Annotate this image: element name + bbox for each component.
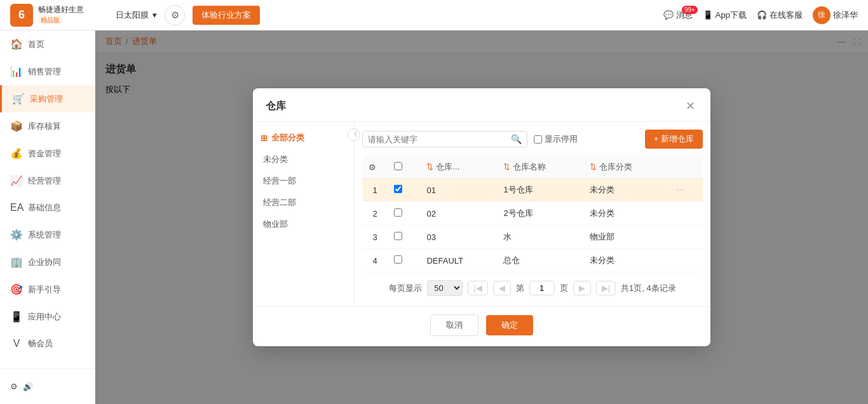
table-row[interactable]: 4 DEFAULT 总仓 未分类 (362, 249, 703, 273)
table-panel: 🔍 显示停用 + 新增仓库 ⚙ (355, 122, 710, 306)
content-area: 首页 / 进货单 进货单 按以下 仓库 ✕ (95, 30, 868, 404)
prev-page-button[interactable]: ◀ (493, 281, 511, 295)
sidebar-item-app-center[interactable]: 📱 应用中心 (0, 303, 95, 330)
search-input[interactable] (368, 135, 511, 144)
row-checkbox-cell[interactable] (388, 202, 420, 226)
category-item-ops1[interactable]: 经营一部 (253, 170, 354, 192)
th-category: ⇅仓库分类 (583, 156, 670, 178)
sidebar-item-label: 经营管理 (28, 175, 61, 187)
app-download-button[interactable]: 📱 App下载 (703, 10, 747, 21)
row-name: 2号仓库 (497, 202, 583, 226)
row-code: DEFAULT (420, 249, 497, 273)
last-page-button[interactable]: ▶| (596, 281, 616, 295)
row-checkbox[interactable] (394, 232, 402, 240)
show-disabled-label: 显示停用 (545, 133, 578, 145)
page-number-input[interactable] (529, 281, 555, 295)
row-checkbox-cell[interactable] (388, 249, 420, 273)
table-header-row: ⚙ ⇅仓库... ⇅仓库名称 ⇅仓库分类 (362, 156, 703, 178)
row-checkbox[interactable] (394, 255, 402, 264)
cancel-button[interactable]: 取消 (430, 314, 478, 336)
page-suffix: 页 (560, 283, 568, 294)
sidebar-item-label: 基础信息 (28, 202, 61, 213)
warehouse-table: ⚙ ⇅仓库... ⇅仓库名称 ⇅仓库分类 1 01 1号仓 (362, 156, 703, 273)
sidebar-item-purchase[interactable]: 🛒 采购管理 (0, 85, 95, 112)
row-checkbox-cell[interactable] (388, 226, 420, 249)
settings-bottom-button[interactable]: ⚙ 🔊 (0, 374, 95, 399)
sidebar-item-guide[interactable]: 🎯 新手引导 (0, 276, 95, 303)
volume-icon: 🔊 (23, 382, 33, 391)
home-icon: 🏠 (10, 38, 23, 50)
store-name: 日太阳膜 (116, 10, 149, 21)
sidebar-item-inventory[interactable]: 📦 库存核算 (0, 112, 95, 140)
sidebar-item-basic[interactable]: EA 基础信息 (0, 194, 95, 221)
sidebar: 🏠 首页 📊 销售管理 🛒 采购管理 📦 库存核算 💰 资金管理 📈 经营管理 … (0, 30, 95, 404)
row-checkbox-cell[interactable] (388, 178, 420, 202)
sidebar-item-label: 新手引导 (28, 284, 61, 295)
all-categories-header[interactable]: ⊞ 全部分类 (253, 127, 354, 149)
row-more[interactable] (670, 249, 703, 273)
avatar: 徐 (813, 6, 831, 24)
sidebar-item-label: 首页 (28, 39, 44, 50)
app-center-icon: 📱 (10, 311, 23, 323)
collapse-panel-button[interactable]: 《 (348, 128, 360, 141)
show-disabled-checkbox[interactable]: 显示停用 (534, 133, 578, 145)
settings-button[interactable]: ⚙ (165, 5, 185, 25)
trial-button[interactable]: 体验行业方案 (193, 6, 260, 25)
table-row[interactable]: 2 02 2号仓库 未分类 (362, 202, 703, 226)
next-page-button[interactable]: ▶ (573, 281, 591, 295)
row-more[interactable] (670, 226, 703, 249)
confirm-button[interactable]: 确定 (486, 315, 533, 335)
per-page-select[interactable]: 50 10 20 100 (427, 280, 463, 296)
guide-icon: 🎯 (10, 283, 23, 295)
row-checkbox[interactable] (394, 185, 402, 193)
mobile-icon: 📱 (703, 10, 713, 20)
top-header: 6 畅捷通好生意 精品版 日太阳膜 ▾ ⚙ 体验行业方案 💬 消息 99+ 📱 … (0, 0, 868, 30)
sidebar-item-enterprise[interactable]: 🏢 企业协同 (0, 248, 95, 276)
store-selector[interactable]: 日太阳膜 ▾ (116, 10, 157, 21)
disabled-checkbox[interactable] (534, 135, 542, 144)
select-all-checkbox[interactable] (394, 162, 402, 170)
sidebar-item-label: 采购管理 (30, 93, 63, 105)
operations-icon: 📈 (10, 175, 23, 187)
table-row[interactable]: 3 03 水 物业部 (362, 226, 703, 249)
more-button[interactable]: ··· (676, 184, 684, 195)
sidebar-item-label: 销售管理 (28, 66, 61, 77)
dialog-body: ⊞ 全部分类 《 未分类 经营一部 经营二部 物业部 (253, 122, 710, 306)
membership-icon: V (10, 338, 23, 349)
page-label: 第 (516, 283, 524, 294)
sidebar-item-sales[interactable]: 📊 销售管理 (0, 58, 95, 85)
app-download-label: App下载 (715, 10, 747, 21)
row-more[interactable]: ··· (670, 178, 703, 202)
table-toolbar: 🔍 显示停用 + 新增仓库 (362, 130, 703, 149)
sidebar-item-home[interactable]: 🏠 首页 (0, 30, 95, 58)
sidebar-item-label: 库存核算 (28, 121, 61, 132)
table-row[interactable]: 1 01 1号仓库 未分类 ··· (362, 178, 703, 202)
enterprise-icon: 🏢 (10, 256, 23, 268)
message-button[interactable]: 💬 消息 99+ (663, 10, 693, 21)
th-settings: ⚙ (362, 156, 388, 178)
row-checkbox[interactable] (394, 208, 402, 217)
headset-icon: 🎧 (757, 10, 767, 20)
user-avatar[interactable]: 徐 徐泽华 (813, 6, 858, 24)
sidebar-item-operations[interactable]: 📈 经营管理 (0, 167, 95, 194)
category-item-unclassified[interactable]: 未分类 (253, 149, 354, 170)
row-category: 未分类 (583, 249, 670, 273)
sidebar-item-finance[interactable]: 💰 资金管理 (0, 140, 95, 167)
inventory-icon: 📦 (10, 120, 23, 132)
add-warehouse-button[interactable]: + 新增仓库 (645, 130, 703, 149)
all-categories-label: 全部分类 (271, 132, 304, 144)
sidebar-item-membership[interactable]: V 畅会员 (0, 330, 95, 357)
first-page-button[interactable]: |◀ (468, 281, 487, 295)
row-name: 1号仓库 (497, 178, 583, 202)
sidebar-item-system[interactable]: ⚙️ 系统管理 (0, 221, 95, 248)
online-service-label: 在线客服 (770, 10, 803, 21)
row-more[interactable] (670, 202, 703, 226)
search-icon: 🔍 (511, 134, 522, 144)
row-name: 水 (497, 226, 583, 249)
message-badge: 99+ (682, 6, 698, 14)
dialog-close-button[interactable]: ✕ (682, 98, 698, 114)
online-service-button[interactable]: 🎧 在线客服 (757, 10, 803, 21)
category-item-ops2[interactable]: 经营二部 (253, 192, 354, 213)
category-item-property[interactable]: 物业部 (253, 213, 354, 235)
th-code: ⇅仓库... (420, 156, 497, 178)
